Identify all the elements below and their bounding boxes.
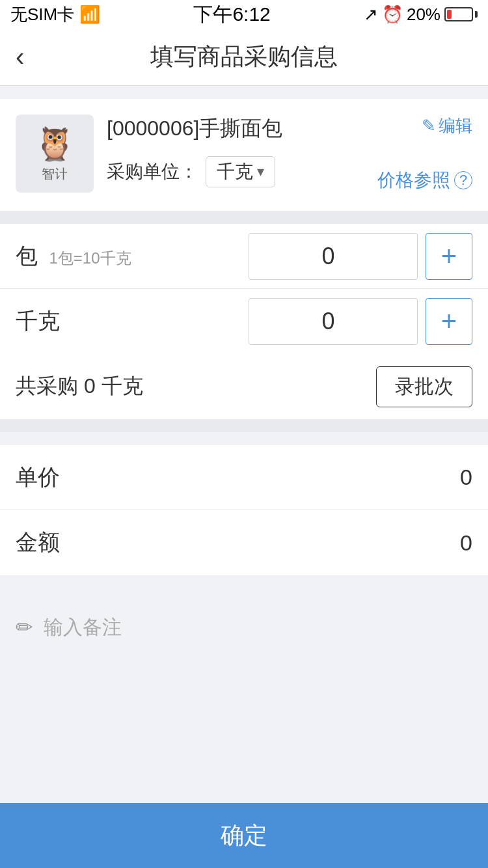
status-bar: 无SIM卡 📶 下午6:12 ↗ ⏰ 20% bbox=[0, 0, 488, 29]
bag-quantity-input[interactable] bbox=[249, 233, 418, 280]
product-thumb-label: 智计 bbox=[42, 165, 68, 183]
summary-text: 共采购 0 千克 bbox=[16, 372, 143, 401]
back-button[interactable]: ‹ bbox=[16, 42, 24, 72]
product-name: [0000006]手撕面包 bbox=[107, 115, 472, 143]
unit-value: 千克 bbox=[217, 159, 253, 184]
edit-label: 编辑 bbox=[439, 115, 472, 137]
amount-value: 0 bbox=[460, 530, 472, 556]
pencil-icon: ✏ bbox=[16, 615, 33, 640]
help-icon: ? bbox=[454, 171, 472, 189]
record-batch-button[interactable]: 录批次 bbox=[376, 366, 472, 407]
chevron-down-icon: ▾ bbox=[257, 163, 264, 180]
edit-icon: ✎ bbox=[422, 116, 436, 136]
bag-label: 包 1包=10千克 bbox=[16, 241, 249, 271]
kg-quantity-input[interactable] bbox=[249, 298, 418, 345]
status-left: 无SIM卡 📶 bbox=[10, 3, 100, 26]
edit-button[interactable]: ✎ 编辑 bbox=[422, 115, 472, 137]
summary-prefix: 共采购 bbox=[16, 374, 78, 398]
plus-icon: + bbox=[441, 241, 457, 272]
price-info-section: 单价 0 金额 0 bbox=[0, 445, 488, 575]
battery-icon bbox=[444, 7, 478, 21]
unit-price-value: 0 bbox=[460, 465, 472, 490]
kg-plus-icon: + bbox=[441, 306, 457, 337]
bag-input-right: + bbox=[249, 233, 472, 280]
price-reference-button[interactable]: 价格参照 ? bbox=[377, 168, 472, 193]
unit-select[interactable]: 千克 ▾ bbox=[206, 156, 275, 187]
section-divider-2 bbox=[0, 419, 488, 432]
unit-price-row: 单价 0 bbox=[0, 445, 488, 510]
unit-label: 采购单位： bbox=[107, 159, 198, 184]
alarm-icon: ⏰ bbox=[382, 5, 403, 25]
confirm-label: 确定 bbox=[221, 820, 267, 852]
section-divider-1 bbox=[0, 211, 488, 224]
kg-plus-button[interactable]: + bbox=[426, 298, 472, 345]
battery-percent: 20% bbox=[407, 5, 441, 25]
nav-bar: ‹ 填写商品采购信息 bbox=[0, 29, 488, 86]
page-title: 填写商品采购信息 bbox=[150, 41, 338, 73]
product-owl-icon: 🦉 bbox=[34, 125, 75, 163]
confirm-button[interactable]: 确定 bbox=[0, 803, 488, 868]
bag-input-row: 包 1包=10千克 + bbox=[0, 224, 488, 289]
bag-plus-button[interactable]: + bbox=[426, 233, 472, 280]
summary-unit: 千克 bbox=[102, 374, 143, 398]
kg-label: 千克 bbox=[16, 306, 249, 336]
notes-placeholder: 输入备注 bbox=[44, 614, 122, 641]
amount-row: 金额 0 bbox=[0, 510, 488, 575]
wifi-icon: 📶 bbox=[79, 5, 100, 25]
product-thumbnail: 🦉 智计 bbox=[16, 115, 94, 193]
summary-row: 共采购 0 千克 录批次 bbox=[0, 354, 488, 419]
kg-input-right: + bbox=[249, 298, 472, 345]
input-section: 包 1包=10千克 + 千克 + bbox=[0, 224, 488, 354]
carrier-label: 无SIM卡 bbox=[10, 3, 74, 26]
status-right: ↗ ⏰ 20% bbox=[364, 5, 478, 25]
notes-area[interactable]: ✏ 输入备注 bbox=[0, 588, 488, 666]
product-card: 🦉 智计 [0000006]手撕面包 采购单位： 千克 ▾ ✎ 编辑 价格参照 … bbox=[0, 99, 488, 211]
bag-sublabel: 1包=10千克 bbox=[49, 249, 131, 267]
price-ref-label: 价格参照 bbox=[377, 168, 450, 193]
kg-input-row: 千克 + bbox=[0, 289, 488, 354]
unit-price-label: 单价 bbox=[16, 463, 60, 493]
summary-value: 0 bbox=[84, 374, 102, 398]
status-time: 下午6:12 bbox=[193, 1, 270, 28]
location-icon: ↗ bbox=[364, 5, 378, 25]
amount-label: 金额 bbox=[16, 528, 60, 558]
